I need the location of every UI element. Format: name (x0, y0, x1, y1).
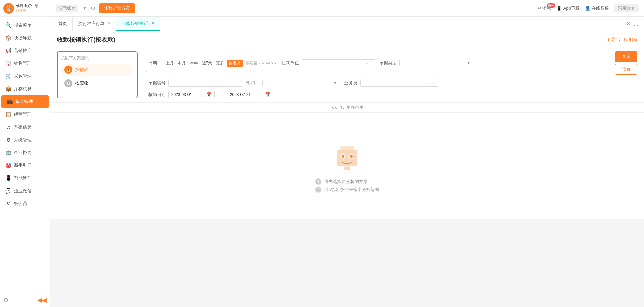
verify-date-start-input[interactable] (171, 92, 205, 97)
by-receipt-icon: 💰 (64, 66, 72, 74)
app-download-button[interactable]: 📱 App下载 (556, 5, 580, 11)
export-button[interactable]: ⬆ 导出 (606, 37, 620, 43)
verify-date-start-calendar-icon[interactable]: 📅 (206, 92, 212, 97)
settings-button[interactable]: 设置 (615, 64, 637, 75)
settings-icon[interactable]: ⚙ (3, 296, 9, 304)
svg-rect-6 (344, 166, 347, 170)
empty-tips: 1 请先选择要分析的方案 2 用[过滤]条件来缩小分析范围 (315, 178, 379, 193)
sidebar-item-search[interactable]: 🔍 搜索菜单 (0, 19, 50, 32)
sidebar-item-inventory[interactable]: 📦 库存核算 (0, 83, 50, 95)
sidebar-item-purchase[interactable]: 🛒 采购管理 (0, 70, 50, 83)
sidebar-item-quick-nav[interactable]: 🏠 快捷导航 (0, 32, 50, 44)
sidebar-item-label: 新手引导 (14, 162, 32, 168)
message-icon: ✉ (537, 6, 541, 11)
verify-date-start-wrap[interactable]: 📅 (168, 91, 215, 98)
sidebar-item-operations[interactable]: 📋 经营管理 (0, 108, 50, 121)
sidebar-item-smart-hw[interactable]: 📱 智能硬件 (0, 172, 50, 185)
filter-option-by-receipt[interactable]: 💰 按收款 (61, 64, 133, 76)
doc-no-input-wrap (168, 79, 242, 87)
date-btn-more[interactable]: 更多 (215, 60, 225, 67)
filter-row-3: 核销日期 📅 — 📅 (148, 91, 637, 98)
capital-icon: 💼 (7, 99, 13, 105)
tab-prepay-label: 预付冲应付单 (78, 21, 104, 27)
filter-collapse-left-button[interactable]: » (143, 68, 148, 73)
sidebar-item-label: 经营管理 (14, 111, 32, 117)
collapse-sidebar-icon[interactable]: ◀◀ (37, 296, 47, 304)
query-action-buttons: 查询 设置 (615, 51, 637, 75)
doc-type-select[interactable]: ▼ (399, 60, 473, 66)
app-icon: 📱 (556, 6, 562, 11)
sidebar-item-label: 企业协同 (14, 150, 32, 156)
tab-home[interactable]: 首页 (53, 17, 73, 31)
page-header: 收款核销执行(按收款) ⬆ 导出 ↻ 刷新 (50, 31, 644, 47)
sidebar-item-guide[interactable]: 🎯 新手引导 (0, 159, 50, 172)
date-btn-this-month[interactable]: 本月 (176, 60, 187, 67)
sidebar-item-capital[interactable]: 💼 资金管理 (1, 95, 49, 108)
sidebar-item-system[interactable]: ⚙ 系统管理 (0, 134, 50, 146)
partner-more-icon[interactable]: ··· (367, 61, 372, 66)
app-version: 标准版 (16, 8, 38, 13)
tab-expand-button[interactable]: ⛶ (633, 21, 639, 27)
refresh-button[interactable]: ↻ 刷新 (624, 37, 637, 43)
sidebar-item-marketing[interactable]: 📢 营销推广 (0, 44, 50, 57)
company-dropdown-icon[interactable]: ▼ (83, 6, 87, 11)
industry-solution-button[interactable]: 体验行业方案 (99, 3, 135, 13)
date-label: 日期 (148, 60, 162, 66)
dept-chevron-icon: ▼ (333, 81, 337, 85)
online-service-button[interactable]: 👤 在线客服 (585, 5, 609, 11)
wechat-icon: 💬 (5, 188, 11, 194)
sidebar-item-wechat[interactable]: 💬 企业微信 (0, 185, 50, 197)
date-btn-custom[interactable]: 自定义 (227, 60, 243, 67)
tab-receipt-close-icon[interactable]: ✕ (151, 21, 154, 25)
verify-date-end-calendar-icon[interactable]: 📅 (265, 92, 270, 97)
query-button[interactable]: 查询 (615, 51, 637, 62)
sidebar-item-basic-info[interactable]: 🗂 基础信息 (0, 121, 50, 134)
quick-nav-icon: 🏠 (5, 35, 11, 41)
date-no-limit: 不限 (246, 61, 253, 66)
filter-doc-type-field: 单据类型 ▼ (379, 60, 473, 66)
app-label: App下载 (563, 5, 580, 11)
date-btn-7days[interactable]: 近7天 (201, 60, 214, 67)
empty-tip-1: 1 请先选择要分析的方案 (315, 178, 379, 185)
sidebar-item-label: 搜索菜单 (14, 22, 32, 28)
sidebar-item-label: 采购管理 (14, 73, 32, 79)
app-logo-icon: 🐰 (3, 3, 14, 14)
doc-type-label: 单据类型 (379, 60, 397, 66)
verify-date-end-wrap[interactable]: 📅 (227, 91, 273, 98)
staff-more-icon[interactable]: ··· (429, 80, 435, 85)
partner-input[interactable] (305, 61, 367, 66)
staff-input[interactable] (363, 80, 429, 85)
message-button[interactable]: ✉ 消息 99+ (537, 5, 551, 11)
svg-point-4 (342, 155, 344, 158)
collapse-more-conditions[interactable]: ∧∧ 收起更多条件 (50, 103, 644, 113)
tab-receipt[interactable]: 收款核销执行 ✕ (116, 17, 160, 31)
date-quick-options: 上月 本月 本年 近7天 更多 自定义 (164, 60, 243, 67)
sidebar-item-enterprise[interactable]: 🏢 企业协同 (0, 146, 50, 159)
app-name: 畅捷通好生意 (16, 3, 38, 8)
doc-no-label: 单据编号 (148, 80, 166, 86)
sidebar-item-label: 智能硬件 (14, 175, 32, 181)
verify-date-end-input[interactable] (230, 92, 264, 97)
filter-panel: 按以下方案查询 💰 按收款 🕐 按应收 » (50, 47, 644, 103)
doc-no-input[interactable] (171, 80, 239, 85)
tip-num-1: 1 (315, 178, 321, 185)
header-gear-icon[interactable]: ⚙ (91, 5, 95, 11)
svg-rect-7 (347, 166, 350, 170)
refresh-label: 刷新 (629, 37, 637, 43)
sidebar-item-member[interactable]: V 畅会员 (0, 197, 50, 210)
user-name[interactable]: 演示账套 (614, 4, 639, 12)
system-icon: ⚙ (5, 137, 11, 143)
partner-label: 往来单位 (281, 60, 299, 66)
date-btn-last-month[interactable]: 上月 (164, 60, 175, 67)
staff-label: 业务员 (344, 80, 358, 86)
date-btn-this-year[interactable]: 本年 (189, 60, 199, 67)
dept-select[interactable]: ▼ (262, 80, 340, 86)
tab-close-all-button[interactable]: ✕ (626, 20, 631, 27)
company-name: 演示账套 (56, 5, 78, 12)
filter-option-by-receivable[interactable]: 🕐 按应收 (61, 77, 133, 89)
sidebar-item-sales[interactable]: 📊 销售管理 (0, 57, 50, 70)
tab-prepay-close-icon[interactable]: ✕ (108, 21, 111, 26)
empty-state: 1 请先选择要分析的方案 2 用[过滤]条件来缩小分析范围 (50, 113, 644, 219)
marketing-icon: 📢 (5, 48, 11, 54)
tab-prepay[interactable]: 预付冲应付单 ✕ (73, 17, 116, 31)
